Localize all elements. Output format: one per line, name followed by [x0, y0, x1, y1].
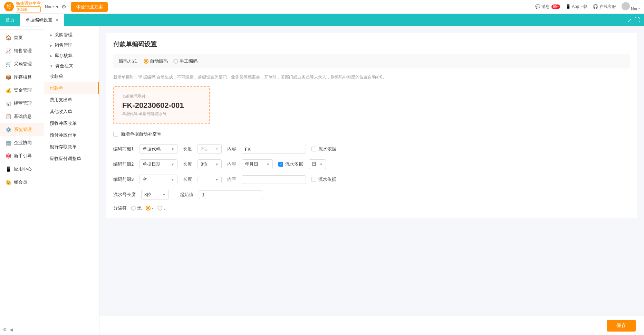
- radio-auto-code[interactable]: 自动编码: [144, 58, 168, 64]
- logo-text: 畅捷通好生意 旗品版: [16, 1, 41, 12]
- prefix2-content-select[interactable]: 年月日 ▼: [242, 159, 273, 169]
- sub-item-payment[interactable]: 付款单: [44, 82, 99, 94]
- sub-item-receipt[interactable]: 收款单: [44, 71, 99, 82]
- prefix3-content-input[interactable]: [242, 175, 306, 184]
- sub-item-adjust[interactable]: 应收应付调整单: [44, 153, 99, 165]
- sidebar: 🔍 搜索菜单 🏠 首页 📈 销售管理 🛒 采购管理 📦 库存核算 💰 资金管理 …: [0, 14, 44, 335]
- sidebar-item-operation[interactable]: 📊 经营管理: [0, 97, 44, 110]
- online-service[interactable]: 🎧 在线客服: [593, 4, 616, 10]
- separator-label: 分隔符: [113, 205, 127, 211]
- sidebar-footer: ⚙ ◀: [0, 324, 44, 335]
- prefix1-length-select[interactable]: 2位 ▼: [198, 144, 222, 154]
- app-icon: 📱: [566, 4, 571, 9]
- sidebar-item-basic[interactable]: 📋 基础信息: [0, 110, 44, 123]
- chevron-down-icon: ▼: [266, 162, 270, 166]
- separator-dot[interactable]: .: [157, 206, 165, 211]
- code-preview-value: FK-20230602-001: [122, 101, 201, 110]
- chevron-right-icon: ▶: [50, 44, 52, 47]
- chevron-down-icon: ▼: [215, 147, 219, 151]
- top-bar-right: 💬 消息 99+ 📱 App下载 🎧 在线客服 Nare: [535, 2, 640, 11]
- prefix3-serial-area: 流水依据: [311, 176, 336, 183]
- prefix3-length-label: 长度: [183, 176, 192, 183]
- start-value-label: 起始值: [180, 192, 193, 198]
- prefix1-select[interactable]: 单据代码 ▼: [140, 144, 177, 154]
- nav-dropdown[interactable]: Nare ▼: [45, 4, 59, 9]
- encode-method-label: 编码方式: [119, 58, 137, 64]
- prefix3-select[interactable]: 空 ▼: [140, 175, 177, 184]
- tab-document-code[interactable]: 单据编码设置 ✕: [20, 14, 64, 26]
- sidebar-item-newguide[interactable]: 🎯 新手引导: [0, 149, 44, 162]
- app-download[interactable]: 📱 App下载: [566, 4, 587, 10]
- tab-fullscreen-icon[interactable]: ⛶: [634, 17, 640, 23]
- sub-group-finance[interactable]: ▼ 资金往来: [44, 60, 99, 71]
- autofill-checkbox[interactable]: [113, 132, 118, 137]
- sidebar-item-finance[interactable]: 💰 资金管理: [0, 84, 44, 97]
- prefix3-row: 编码前缀3 空 ▼ 长度 ▼ 内容 流水依据: [113, 175, 630, 184]
- info-text: 新增单据时，'单据编码'自动生成，不可编辑，前缀设置为部门、业务员等档案类，开单…: [113, 74, 630, 81]
- chevron-down-icon: ▼: [162, 193, 166, 197]
- sub-group-purchase[interactable]: ▶ 采购管理: [44, 29, 99, 39]
- sub-item-expense[interactable]: 费用支出单: [44, 94, 99, 106]
- prefix1-serial-checkbox[interactable]: [311, 147, 316, 151]
- tab-home[interactable]: 首页: [0, 14, 20, 26]
- sidebar-item-member[interactable]: 👑 畅会员: [0, 176, 44, 189]
- sidebar-item-appcenter[interactable]: 📱 应用中心: [0, 162, 44, 176]
- chevron-down-icon: ▼: [171, 147, 174, 151]
- logo: 好 畅捷通好生意 旗品版: [4, 1, 41, 12]
- sidebar-item-system[interactable]: ⚙️ 系统管理: [0, 123, 44, 136]
- settings-icon[interactable]: ⚙: [61, 3, 66, 10]
- separator-dash[interactable]: -: [146, 206, 153, 211]
- page-title: 付款单编码设置: [113, 40, 630, 48]
- sidebar-item-inventory[interactable]: 📦 库存核算: [0, 71, 44, 84]
- sub-item-other-income[interactable]: 其他收入单: [44, 106, 99, 118]
- radio-group: 自动编码 手工编码: [144, 58, 198, 64]
- footer-settings-icon[interactable]: ⚙: [3, 327, 7, 332]
- tab-expand-icon[interactable]: ⤢: [627, 17, 632, 24]
- sub-item-prepay-receivable[interactable]: 预收冲应收单: [44, 118, 99, 129]
- chevron-down-icon: ▼: [215, 178, 219, 182]
- chevron-down-icon: ▼: [55, 4, 59, 9]
- prefix2-select[interactable]: 单据日期 ▼: [140, 159, 177, 169]
- app-center-icon: 📱: [6, 166, 11, 172]
- sub-item-bank[interactable]: 银行存取款单: [44, 141, 99, 153]
- prefix3-serial-checkbox[interactable]: [311, 177, 316, 182]
- sidebar-item-home[interactable]: 🏠 首页: [0, 31, 44, 44]
- sub-group-sales[interactable]: ▶ 销售管理: [44, 39, 99, 50]
- prefix2-content-label: 内容: [227, 161, 236, 167]
- start-value-input[interactable]: [199, 190, 263, 199]
- user-area[interactable]: Nare: [622, 2, 640, 11]
- sub-group-inventory[interactable]: ▶ 库存核算: [44, 50, 99, 60]
- footer-collapse-icon[interactable]: ◀: [10, 327, 13, 332]
- prefix2-length-select[interactable]: 8位 ▼: [198, 159, 222, 169]
- prefix2-length-label: 长度: [183, 161, 192, 167]
- prefix3-label: 编码前缀3: [113, 176, 134, 183]
- sub-item-prepay-payable[interactable]: 预付冲应付单: [44, 129, 99, 141]
- message-area[interactable]: 💬 消息 99+: [535, 4, 560, 10]
- tab-bar: 首页 单据编码设置 ✕ ⤢ ⛶: [0, 14, 644, 26]
- main-content: 付款单编码设置 编码方式 自动编码 手工编码 新增单据时，'单据编码'自动生成，…: [99, 26, 644, 335]
- separator-none[interactable]: 无: [131, 205, 142, 211]
- code-preview-title: 当前编码示例：: [122, 94, 201, 99]
- member-icon: 👑: [6, 179, 11, 185]
- top-bar: 好 畅捷通好生意 旗品版 Nare ▼ ⚙ 体验行业方案 💬 消息 99+ 📱 …: [0, 0, 644, 14]
- tab-close-icon[interactable]: ✕: [55, 18, 59, 22]
- sidebar-item-enterprise[interactable]: 🏢 企业协同: [0, 136, 44, 149]
- system-icon: ⚙️: [6, 127, 11, 132]
- save-button[interactable]: 保存: [607, 320, 636, 332]
- serial-length-select[interactable]: 3位 ▼: [141, 190, 169, 199]
- inventory-icon: 📦: [6, 74, 11, 80]
- autofill-row: 新增单据自动补空号: [113, 131, 630, 137]
- prefix2-serial-checkbox[interactable]: ✓: [278, 162, 283, 167]
- radio-manual-code[interactable]: 手工编码: [173, 58, 198, 64]
- prefix3-length-select[interactable]: ▼: [198, 176, 222, 183]
- prefix1-content-input[interactable]: [242, 145, 306, 153]
- prefix2-serial-unit-select[interactable]: 日 ▼: [309, 159, 326, 169]
- sidebar-item-sales[interactable]: 📈 销售管理: [0, 44, 44, 57]
- industry-btn[interactable]: 体验行业方案: [71, 2, 108, 12]
- radio-dot-circle: [157, 206, 162, 211]
- bottom-bar: 保存: [99, 316, 644, 335]
- chevron-right-icon: ▶: [50, 54, 52, 58]
- serial-length-label: 流水号长度: [113, 192, 136, 198]
- sidebar-item-purchase[interactable]: 🛒 采购管理: [0, 57, 44, 71]
- encode-method-row: 编码方式 自动编码 手工编码: [113, 54, 630, 68]
